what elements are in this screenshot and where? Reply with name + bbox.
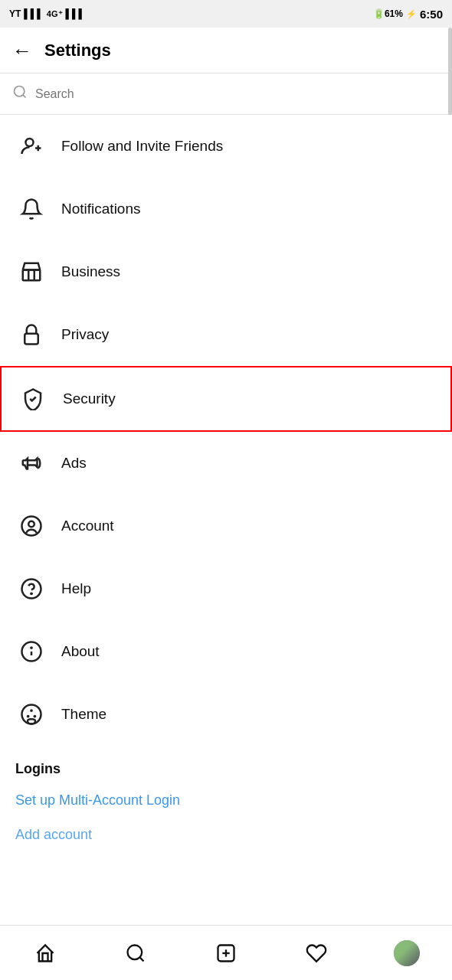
status-bar: YT ▌▌▌ 4G⁺ ▌▌▌ 🔋61% ⚡ 6:50 xyxy=(0,0,452,28)
svg-line-1 xyxy=(23,95,26,98)
signal-icon: ▌▌▌ xyxy=(24,8,44,19)
svg-point-18 xyxy=(27,715,30,718)
nav-heart[interactable] xyxy=(293,930,339,976)
bottom-nav xyxy=(0,925,452,980)
follow-label: Follow and Invite Friends xyxy=(61,138,223,155)
business-label: Business xyxy=(61,263,120,280)
palette-icon xyxy=(15,698,47,730)
notifications-label: Notifications xyxy=(61,201,141,217)
settings-header: ← Settings xyxy=(0,28,452,74)
svg-point-2 xyxy=(26,139,34,146)
question-circle-icon xyxy=(15,573,47,605)
nav-profile[interactable] xyxy=(384,930,430,976)
account-label: Account xyxy=(61,518,114,534)
lock-icon xyxy=(15,318,47,351)
add-icon xyxy=(215,942,237,964)
nav-home[interactable] xyxy=(22,930,68,976)
svg-point-19 xyxy=(34,715,37,718)
multi-account-login-link[interactable]: Set up Multi-Account Login xyxy=(0,782,452,819)
menu-item-follow[interactable]: Follow and Invite Friends xyxy=(0,115,452,178)
info-circle-icon xyxy=(15,635,47,668)
menu-item-security[interactable]: Security xyxy=(0,366,452,432)
bell-icon xyxy=(15,193,47,225)
menu-item-account[interactable]: Account xyxy=(0,495,452,557)
nav-add[interactable] xyxy=(203,930,249,976)
add-account-link[interactable]: Add account xyxy=(0,819,452,843)
svg-rect-8 xyxy=(25,334,38,345)
battery-icon: 🔋61% xyxy=(373,8,403,19)
theme-label: Theme xyxy=(61,706,106,723)
logins-title: Logins xyxy=(15,761,61,776)
megaphone-icon xyxy=(15,447,47,479)
svg-point-20 xyxy=(30,709,33,712)
app-icon: YT xyxy=(9,8,21,19)
ads-label: Ads xyxy=(61,455,87,472)
person-circle-icon xyxy=(15,510,47,542)
menu-item-business[interactable]: Business xyxy=(0,240,452,303)
security-label: Security xyxy=(63,390,116,407)
menu-item-theme[interactable]: Theme xyxy=(0,683,452,746)
signal2-icon: ▌▌▌ xyxy=(66,8,86,19)
avatar xyxy=(394,940,420,966)
time-display: 6:50 xyxy=(420,8,443,21)
back-button[interactable]: ← xyxy=(12,41,32,60)
help-label: Help xyxy=(61,580,91,597)
home-icon xyxy=(34,942,56,964)
store-icon xyxy=(15,256,47,288)
privacy-label: Privacy xyxy=(61,326,109,343)
svg-point-21 xyxy=(128,945,142,959)
shield-check-icon xyxy=(17,383,49,415)
search-input[interactable] xyxy=(35,87,440,101)
menu-item-about[interactable]: About xyxy=(0,620,452,683)
menu-item-help[interactable]: Help xyxy=(0,557,452,620)
status-right: 🔋61% ⚡ 6:50 xyxy=(373,8,443,21)
svg-point-17 xyxy=(22,705,41,724)
bolt-icon: ⚡ xyxy=(406,9,417,19)
logins-section: Logins xyxy=(0,746,452,782)
about-label: About xyxy=(61,643,100,660)
search-nav-icon xyxy=(125,942,146,964)
settings-content: Follow and Invite Friends Notifications xyxy=(0,74,452,904)
network-icon: 4G⁺ xyxy=(47,9,63,19)
menu-item-notifications[interactable]: Notifications xyxy=(0,178,452,240)
nav-search[interactable] xyxy=(113,930,159,976)
status-left: YT ▌▌▌ 4G⁺ ▌▌▌ xyxy=(9,8,85,19)
svg-rect-5 xyxy=(23,270,41,281)
page-title: Settings xyxy=(44,41,111,60)
heart-icon xyxy=(306,942,327,964)
svg-point-0 xyxy=(15,87,25,96)
menu-item-privacy[interactable]: Privacy xyxy=(0,303,452,366)
svg-point-11 xyxy=(28,521,34,528)
search-icon xyxy=(12,84,28,103)
search-container xyxy=(0,74,452,115)
add-person-icon xyxy=(15,130,47,162)
menu-item-ads[interactable]: Ads xyxy=(0,432,452,495)
svg-line-22 xyxy=(139,957,143,961)
